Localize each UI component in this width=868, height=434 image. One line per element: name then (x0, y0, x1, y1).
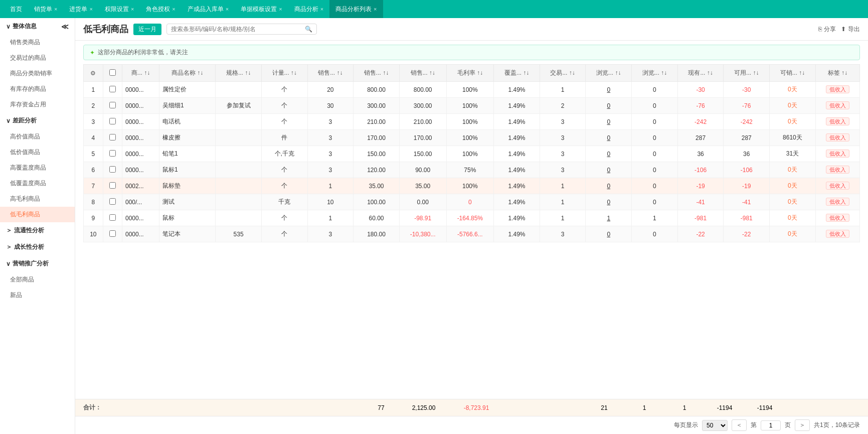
nav-permissions[interactable]: 权限设置 × (99, 0, 140, 18)
select-all-checkbox[interactable] (109, 69, 116, 76)
row-checkbox-input[interactable] (109, 230, 116, 237)
sidebar-item-sales-goods[interactable]: 销售类商品 (0, 35, 75, 50)
col-sales-amount[interactable]: 销售... ↑↓ (399, 65, 446, 82)
nav-template-settings[interactable]: 单据模板设置 × (235, 0, 288, 18)
col-code[interactable]: 商... ↑↓ (122, 65, 159, 82)
row-sales-amount: -10,380... (399, 226, 446, 242)
col-settings[interactable]: ⚙ (84, 65, 103, 82)
col-spec[interactable]: 规格... ↑↓ (216, 65, 262, 82)
row-view1[interactable]: 0 (586, 114, 632, 130)
export-button[interactable]: ⬆ 导出 (841, 25, 860, 34)
row-name[interactable]: 鼠标垫 (159, 178, 215, 194)
row-checkbox-input[interactable] (109, 182, 116, 189)
row-checkbox-input[interactable] (109, 150, 116, 157)
col-available[interactable]: 可用... ↑↓ (724, 65, 770, 82)
row-view1[interactable]: 0 (586, 98, 632, 114)
row-checkbox-input[interactable] (109, 134, 116, 140)
sidebar-item-category-sales-rate[interactable]: 商品分类助销率 (0, 66, 75, 81)
sidebar-section-marketing[interactable]: ∨ 营销推广分析 (0, 255, 75, 272)
sidebar-item-traded-goods[interactable]: 交易过的商品 (0, 50, 75, 66)
row-view1[interactable]: 0 (586, 194, 632, 210)
search-icon[interactable]: 🔍 (305, 26, 312, 33)
row-checkbox-input[interactable] (109, 166, 116, 173)
col-tag[interactable]: 标签 ↑↓ (815, 65, 859, 82)
row-name[interactable]: 笔记本 (159, 226, 215, 242)
row-checkbox-input[interactable] (109, 198, 116, 205)
sidebar-item-low-coverage[interactable]: 低覆盖度商品 (0, 176, 75, 191)
col-view2[interactable]: 浏览... ↑↓ (632, 65, 678, 82)
row-name[interactable]: 鼠标 (159, 210, 215, 226)
nav-role-auth[interactable]: 角色授权 × (140, 0, 181, 18)
row-view1[interactable]: 0 (586, 226, 632, 242)
close-icon[interactable]: × (172, 6, 175, 12)
row-view1[interactable]: 0 (586, 82, 632, 98)
close-icon[interactable]: × (226, 6, 229, 12)
prev-page-button[interactable]: ＜ (732, 419, 747, 431)
nav-product-entry[interactable]: 产成品入库单 × (182, 0, 235, 18)
sidebar-section-growth[interactable]: ＞ 成长性分析 (0, 239, 75, 255)
row-name[interactable]: 属性定价 (159, 82, 215, 98)
row-checkbox-input[interactable] (109, 102, 116, 108)
sidebar-item-low-margin[interactable]: 低毛利商品 (0, 207, 75, 222)
sidebar-section-overall[interactable]: ∨ 整体信息 ≪ (0, 18, 75, 35)
col-name[interactable]: 商品名称 ↑↓ (159, 65, 215, 82)
row-spec: 参加复试 (216, 98, 262, 114)
collapse-icon[interactable]: ≪ (61, 23, 69, 31)
col-checkbox[interactable] (103, 65, 122, 82)
col-sales-qty[interactable]: 销售... ↑↓ (307, 65, 354, 82)
sidebar-item-low-value[interactable]: 低价值商品 (0, 144, 75, 160)
nav-product-analysis[interactable]: 商品分析 × (288, 0, 329, 18)
row-checkbox-input[interactable] (109, 214, 116, 221)
sidebar-item-capital-usage[interactable]: 库存资金占用 (0, 97, 75, 112)
col-current[interactable]: 现有... ↑↓ (677, 65, 724, 82)
col-sales-price[interactable]: 销售... ↑↓ (354, 65, 400, 82)
col-coverage[interactable]: 覆盖... ↑↓ (494, 65, 540, 82)
nav-home[interactable]: 首页 (4, 0, 28, 18)
sidebar-item-high-value[interactable]: 高价值商品 (0, 129, 75, 144)
row-gross-rate: -5766.6... (446, 226, 494, 242)
sidebar-item-all-goods[interactable]: 全部商品 (0, 272, 75, 287)
row-view1[interactable]: 0 (586, 130, 632, 146)
row-spec (216, 210, 262, 226)
row-checkbox-input[interactable] (109, 86, 116, 92)
row-spec (216, 130, 262, 146)
nav-purchase-order[interactable]: 进货单 × (63, 0, 98, 18)
period-button[interactable]: 近一月 (133, 24, 161, 35)
close-icon[interactable]: × (54, 6, 57, 12)
share-button[interactable]: ⎘ 分享 (818, 25, 836, 34)
sidebar-item-new-goods[interactable]: 新品 (0, 287, 75, 303)
row-trade: 2 (540, 98, 586, 114)
col-trade[interactable]: 交易... ↑↓ (540, 65, 586, 82)
nav-product-analysis-list[interactable]: 商品分析列表 × (329, 0, 383, 18)
col-gross-rate[interactable]: 毛利率 ↑↓ (446, 65, 494, 82)
close-icon[interactable]: × (374, 6, 377, 12)
sidebar-item-high-coverage[interactable]: 高覆盖度商品 (0, 160, 75, 176)
search-input[interactable] (171, 26, 305, 33)
row-name[interactable]: 电话机 (159, 114, 215, 130)
row-name[interactable]: 测试 (159, 194, 215, 210)
close-icon[interactable]: × (131, 6, 134, 12)
sidebar-section-gap[interactable]: ∨ 差距分析 (0, 112, 75, 129)
row-checkbox-input[interactable] (109, 118, 116, 124)
nav-sales-order[interactable]: 销货单 × (28, 0, 63, 18)
sidebar-item-high-margin[interactable]: 高毛利商品 (0, 191, 75, 207)
page-size-select[interactable]: 50 100 200 (702, 420, 728, 431)
close-icon[interactable]: × (320, 6, 323, 12)
page-number-input[interactable] (761, 420, 781, 430)
close-icon[interactable]: × (279, 6, 282, 12)
row-name[interactable]: 吴细细1 (159, 98, 215, 114)
row-view1[interactable]: 0 (586, 146, 632, 162)
row-view1[interactable]: 0 (586, 162, 632, 178)
col-sellable[interactable]: 可销... ↑↓ (770, 65, 816, 82)
sidebar-section-circulation[interactable]: ＞ 流通性分析 (0, 222, 75, 239)
next-page-button[interactable]: ＞ (795, 419, 810, 431)
sidebar-item-in-stock-goods[interactable]: 有库存的商品 (0, 81, 75, 97)
close-icon[interactable]: × (89, 6, 92, 12)
col-view1[interactable]: 浏览... ↑↓ (586, 65, 632, 82)
row-name[interactable]: 橡皮擦 (159, 130, 215, 146)
col-unit[interactable]: 计量... ↑↓ (261, 65, 307, 82)
row-view1[interactable]: 0 (586, 178, 632, 194)
row-name[interactable]: 鼠标1 (159, 162, 215, 178)
row-view1[interactable]: 1 (586, 210, 632, 226)
row-name[interactable]: 铅笔1 (159, 146, 215, 162)
